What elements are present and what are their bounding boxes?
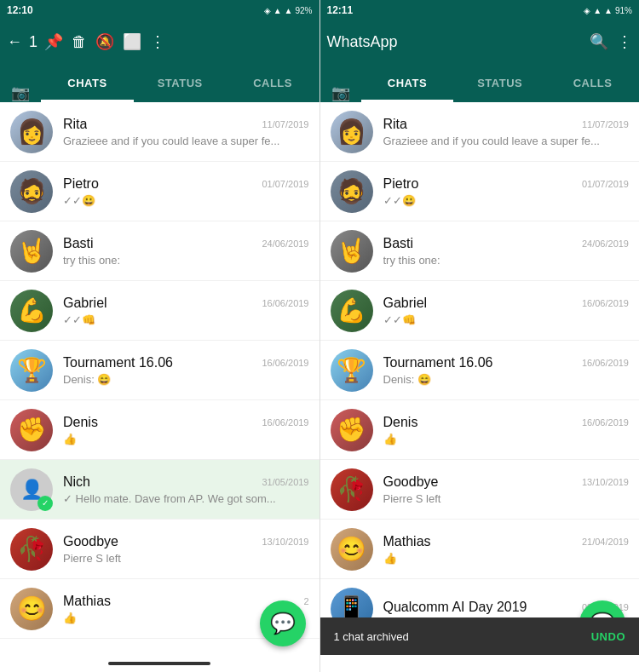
left-tab-calls[interactable]: CALLS bbox=[227, 63, 320, 102]
left-time: 12:10 bbox=[7, 4, 33, 16]
delete-button[interactable]: 🗑 bbox=[72, 33, 87, 51]
chat-item[interactable]: 👩Rita11/07/2019Grazieee and if you could… bbox=[0, 102, 320, 162]
chat-header: Tournament 16.0616/06/2019 bbox=[63, 355, 309, 370]
chat-preview: try this one: bbox=[383, 254, 630, 267]
right-tab-calls[interactable]: CALLS bbox=[546, 63, 639, 102]
chat-info: Basti24/06/2019try this one: bbox=[63, 236, 309, 267]
right-signal-bars-icon: ▲ bbox=[604, 6, 613, 15]
chat-time: 21/04/2019 bbox=[582, 537, 629, 547]
left-battery-icon: 92% bbox=[295, 6, 312, 15]
right-tab-status[interactable]: STATUS bbox=[453, 63, 546, 102]
avatar: ✊ bbox=[10, 409, 53, 451]
more-options-button[interactable]: ⋮ bbox=[150, 32, 165, 51]
mute-button[interactable]: 🔕 bbox=[95, 32, 114, 51]
left-status-icons: ◈ ▲ ▲ 92% bbox=[264, 6, 313, 15]
chat-name: Mathias bbox=[63, 594, 111, 609]
chat-time: 16/06/2019 bbox=[582, 358, 629, 368]
chat-header: Basti24/06/2019 bbox=[383, 236, 630, 251]
chat-name: Rita bbox=[383, 117, 407, 132]
chat-name: Pietro bbox=[63, 176, 99, 192]
chat-time: 01/07/2019 bbox=[262, 179, 308, 189]
avatar: 😊 bbox=[331, 528, 373, 571]
left-wifi-icon: ▲ bbox=[273, 6, 282, 15]
chat-item[interactable]: 🏆Tournament 16.0616/06/2019Denis: 😄 bbox=[0, 341, 320, 400]
chat-info: Mathias21/04/2019👍 bbox=[383, 534, 630, 565]
chat-item[interactable]: 🥀Goodbye13/10/2019Pierre S left bbox=[0, 520, 320, 579]
avatar-check-icon: ✓ bbox=[37, 496, 53, 511]
left-signal-icon: ◈ bbox=[264, 6, 271, 15]
chat-time: 24/06/2019 bbox=[582, 238, 629, 249]
avatar: 🤘 bbox=[331, 230, 373, 273]
chat-item[interactable]: ✊Denis16/06/2019👍 bbox=[0, 400, 320, 460]
right-search-button[interactable]: 🔍 bbox=[590, 32, 608, 51]
chat-item[interactable]: 🥀Goodbye13/10/2019Pierre S left bbox=[320, 460, 640, 520]
chat-header: Basti24/06/2019 bbox=[63, 236, 309, 251]
chat-time: 16/06/2019 bbox=[582, 417, 629, 428]
chat-time: 2 bbox=[303, 596, 308, 606]
chat-header: Pietro01/07/2019 bbox=[63, 176, 309, 192]
left-tab-status[interactable]: STATUS bbox=[134, 63, 227, 102]
chat-preview: Grazieee and if you could leave a super … bbox=[63, 135, 309, 147]
avatar: 🧔 bbox=[10, 170, 53, 213]
chat-header: Rita11/07/2019 bbox=[383, 117, 630, 132]
snackbar-text: 1 chat archived bbox=[334, 630, 409, 643]
chat-name: Mathias bbox=[383, 534, 431, 549]
right-chat-list: 👩Rita11/07/2019Grazieee and if you could… bbox=[320, 102, 640, 672]
right-toolbar-actions: 🔍 ⋮ bbox=[590, 32, 632, 51]
chat-preview: ✓ Hello mate. Dave from AP. We got som..… bbox=[63, 492, 309, 505]
avatar: 🏆 bbox=[331, 349, 373, 392]
chat-info: Tournament 16.0616/06/2019Denis: 😄 bbox=[383, 355, 630, 386]
chat-time: 13/10/2019 bbox=[582, 477, 629, 487]
left-fab[interactable]: 💬 bbox=[260, 600, 306, 646]
chat-item[interactable]: 🤘Basti24/06/2019try this one: bbox=[320, 221, 640, 281]
chat-preview: 👍 bbox=[383, 433, 630, 445]
avatar: 👩 bbox=[331, 111, 373, 153]
chat-header: Pietro01/07/2019 bbox=[383, 176, 630, 192]
chat-name: Denis bbox=[63, 415, 98, 430]
chat-item[interactable]: 💪Gabriel16/06/2019✓✓👊 bbox=[0, 281, 320, 341]
left-nav-bar bbox=[0, 655, 320, 672]
avatar: 🥀 bbox=[10, 528, 53, 571]
chat-item[interactable]: 👤✓Nich31/05/2019✓ Hello mate. Dave from … bbox=[0, 460, 320, 520]
snackbar: 1 chat archived UNDO bbox=[320, 617, 640, 655]
chat-item[interactable]: 💪Gabriel16/06/2019✓✓👊 bbox=[320, 281, 640, 341]
chat-name: Goodbye bbox=[383, 474, 439, 490]
snackbar-undo-button[interactable]: UNDO bbox=[591, 630, 625, 643]
left-camera-tab[interactable]: 📷 bbox=[0, 83, 41, 102]
right-tabs: 📷 CHATS STATUS CALLS bbox=[320, 63, 640, 102]
chat-name: Gabriel bbox=[63, 296, 107, 311]
chat-header: Goodbye13/10/2019 bbox=[383, 474, 630, 490]
avatar: 🏆 bbox=[10, 349, 53, 392]
chat-preview: 👍 bbox=[383, 552, 630, 565]
right-camera-tab[interactable]: 📷 bbox=[320, 83, 361, 102]
chat-time: 01/07/2019 bbox=[582, 179, 629, 189]
chat-time: 24/06/2019 bbox=[262, 238, 308, 249]
chat-header: Gabriel16/06/2019 bbox=[383, 296, 630, 311]
chat-info: Gabriel16/06/2019✓✓👊 bbox=[383, 296, 630, 326]
left-phone-panel: 12:10 ◈ ▲ ▲ 92% ← 1 📌 🗑 🔕 ⬜ ⋮ 📷 CHATS ST… bbox=[0, 0, 320, 672]
avatar: 👤✓ bbox=[10, 468, 53, 511]
left-tab-chats[interactable]: CHATS bbox=[41, 63, 134, 102]
chat-item[interactable]: 🏆Tournament 16.0616/06/2019Denis: 😄 bbox=[320, 341, 640, 400]
avatar: 👩 bbox=[10, 111, 53, 153]
archive-button[interactable]: ⬜ bbox=[123, 32, 141, 51]
avatar: ✊ bbox=[331, 409, 373, 451]
chat-time: 11/07/2019 bbox=[262, 119, 308, 129]
back-button[interactable]: ← bbox=[7, 33, 22, 51]
avatar: 💪 bbox=[331, 290, 373, 332]
chat-item[interactable]: 🧔Pietro01/07/2019✓✓😀 bbox=[320, 162, 640, 221]
right-tab-chats[interactable]: CHATS bbox=[361, 63, 454, 102]
pin-button[interactable]: 📌 bbox=[44, 32, 63, 51]
chat-item[interactable]: 🤘Basti24/06/2019try this one: bbox=[0, 221, 320, 281]
chat-item[interactable]: ✊Denis16/06/2019👍 bbox=[320, 400, 640, 460]
chat-item[interactable]: 👩Rita11/07/2019Grazieee and if you could… bbox=[320, 102, 640, 162]
chat-item[interactable]: 🧔Pietro01/07/2019✓✓😀 bbox=[0, 162, 320, 221]
right-status-icons: ◈ ▲ ▲ 91% bbox=[584, 6, 632, 15]
chat-item[interactable]: 😊Mathias21/04/2019👍 bbox=[320, 520, 640, 579]
right-toolbar-title: WhatsApp bbox=[327, 33, 584, 51]
chat-header: Mathias21/04/2019 bbox=[383, 534, 630, 549]
chat-preview: Pierre S left bbox=[63, 552, 309, 565]
chat-name: Pietro bbox=[383, 176, 419, 192]
chat-info: Goodbye13/10/2019Pierre S left bbox=[63, 534, 309, 565]
right-more-options-button[interactable]: ⋮ bbox=[617, 32, 632, 51]
